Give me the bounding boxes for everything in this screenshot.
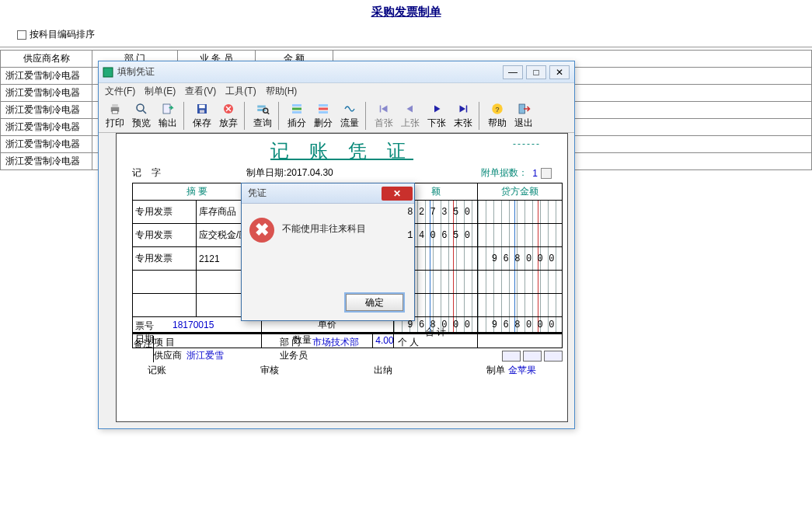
svg-rect-8 [199, 104, 205, 108]
sign-zd: 制单 [486, 365, 505, 376]
voucher-meta: 记 字 制单日期:2017.04.30 附单据数： 1 [117, 165, 567, 183]
dialog-message: 不能使用非往来科目 [282, 218, 366, 236]
credit-total: 968000 [478, 317, 563, 333]
svg-rect-6 [163, 104, 170, 114]
exit-button[interactable]: 退出 [511, 100, 536, 132]
preview-button[interactable]: 预览 [129, 100, 154, 132]
ok-button[interactable]: 确定 [346, 294, 403, 311]
svg-rect-28 [466, 105, 468, 112]
sign-cn: 出纳 [374, 364, 392, 377]
dept-label: 部 门 [280, 336, 312, 349]
sign-sh: 审核 [260, 364, 279, 377]
print-button[interactable]: 打印 [103, 100, 127, 132]
svg-marker-24 [382, 105, 388, 112]
first-icon [376, 101, 392, 117]
zi-label: 字 [152, 167, 161, 178]
proj-label: 项 目 [154, 336, 186, 349]
lookup-icon-2[interactable] [523, 351, 542, 362]
svg-line-5 [143, 110, 146, 114]
staff-label: 业务员 [280, 349, 312, 362]
cell-summary[interactable] [133, 271, 197, 294]
first-button: 首张 [371, 100, 396, 132]
menu-make[interactable]: 制单(E) [145, 85, 176, 98]
export-button[interactable]: 输出 [155, 100, 180, 132]
error-icon: ✖ [249, 218, 274, 243]
remark-label: 备注 [132, 336, 154, 362]
piao-value: 18170015 [173, 320, 214, 333]
cell-credit[interactable] [478, 224, 563, 247]
dialog-close-button[interactable]: ✕ [382, 187, 413, 201]
page-title: 采购发票制单 [0, 5, 812, 19]
prev-icon [403, 101, 418, 117]
cell-credit[interactable]: 968000 [478, 247, 563, 271]
flow-icon [342, 101, 357, 117]
help-button[interactable]: ?帮助 [485, 100, 510, 132]
menu-help[interactable]: 帮助(H) [266, 85, 298, 98]
app-icon [102, 66, 114, 79]
cell-summary[interactable]: 专用发票 [133, 201, 197, 224]
cell-summary[interactable] [133, 294, 197, 317]
svg-rect-23 [380, 105, 382, 112]
window-title: 填制凭证 [117, 65, 500, 79]
menubar: 文件(F) 制单(E) 查看(V) 工具(T) 帮助(H) [99, 83, 574, 99]
next-button[interactable]: 下张 [424, 100, 449, 132]
prev-button: 上张 [398, 100, 423, 132]
next-icon [429, 101, 444, 117]
insert-button[interactable]: 插分 [284, 100, 309, 132]
svg-marker-27 [460, 105, 466, 112]
cell-credit[interactable] [478, 201, 563, 224]
menu-view[interactable]: 查看(V) [185, 85, 216, 98]
checkbox-label: 按科目编码排序 [30, 28, 95, 41]
discard-button[interactable]: 放弃 [216, 100, 241, 132]
sort-by-code-checkbox[interactable]: 按科目编码排序 [17, 28, 95, 41]
window-titlebar[interactable]: 填制凭证 — □ ✕ [99, 61, 574, 83]
sign-zd-value: 金苹果 [508, 365, 536, 376]
svg-rect-0 [103, 68, 113, 77]
attach-browse-button[interactable] [541, 168, 552, 179]
menu-tools[interactable]: 工具(T) [225, 85, 256, 98]
flow-button[interactable]: 流量 [337, 100, 362, 132]
dept-value[interactable]: 市场技术部 [312, 336, 398, 349]
date-label: 制单日期: [246, 167, 286, 178]
save-icon [194, 101, 210, 117]
header-dashes: ------ [474, 134, 561, 148]
cell-credit[interactable] [478, 271, 563, 294]
preview-icon [134, 101, 149, 117]
save-button[interactable]: 保存 [190, 100, 214, 132]
svg-marker-26 [434, 105, 441, 112]
lookup-icon-1[interactable] [502, 351, 521, 362]
checkbox-box[interactable] [17, 30, 26, 40]
delete-button[interactable]: 删分 [311, 100, 336, 132]
lookup-icon-3[interactable] [544, 351, 563, 362]
date-value: 2017.04.30 [287, 167, 333, 178]
attach-count: 1 [532, 168, 538, 179]
menu-file[interactable]: 文件(F) [105, 85, 135, 98]
help-icon: ? [490, 101, 505, 117]
svg-rect-19 [292, 111, 301, 114]
dialog-titlebar[interactable]: 凭证 ✕ [242, 183, 414, 204]
col-supplier: 供应商名称 [1, 51, 92, 68]
supplier-value[interactable]: 浙江爱雪 [186, 349, 280, 362]
svg-rect-20 [319, 104, 328, 107]
query-button[interactable]: 查询 [250, 100, 275, 132]
piao-label: 票号 [135, 320, 154, 333]
ji-label: 记 [132, 167, 141, 178]
cell-credit[interactable] [478, 294, 563, 317]
svg-marker-25 [407, 105, 413, 112]
svg-rect-17 [292, 104, 301, 107]
exit-icon [516, 101, 531, 117]
last-button[interactable]: 末张 [451, 100, 476, 132]
cell-summary[interactable]: 专用发票 [133, 247, 197, 271]
svg-rect-18 [292, 107, 301, 110]
attach-label: 附单据数： [481, 166, 528, 180]
svg-rect-9 [200, 110, 204, 113]
cell-summary[interactable]: 专用发票 [133, 224, 197, 247]
col-credit: 贷方金额 [478, 183, 563, 201]
error-dialog: 凭证 ✕ ✖ 不能使用非往来科目 确定 [241, 183, 415, 321]
window-close-button[interactable]: ✕ [549, 65, 570, 79]
svg-rect-2 [112, 104, 118, 107]
signature-row: 记账 审核 出纳 制单金苹果 [117, 362, 567, 377]
window-minimize-button[interactable]: — [503, 65, 523, 79]
window-maximize-button[interactable]: □ [526, 65, 546, 79]
discard-icon [221, 101, 236, 117]
